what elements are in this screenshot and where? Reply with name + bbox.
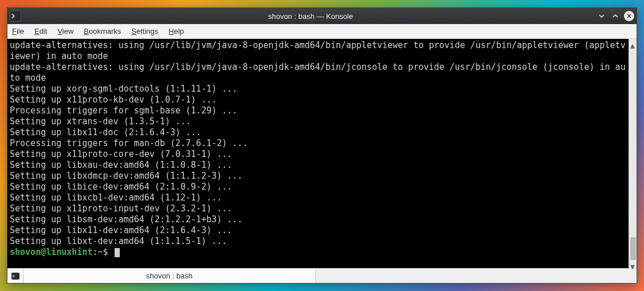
svg-rect-0 <box>10 11 21 21</box>
maximize-button[interactable] <box>610 11 621 21</box>
tabbar: shovon : bash <box>7 268 637 283</box>
konsole-window: shovon : bash — Konsole File Edit View B… <box>7 7 637 284</box>
menubar: File Edit View Bookmarks Settings Help <box>7 24 637 39</box>
minimize-button[interactable] <box>596 11 607 21</box>
terminal-area: update-alternatives: using /usr/lib/jvm/… <box>7 39 637 268</box>
scroll-up-icon[interactable]: ▴ <box>630 40 636 46</box>
new-tab-button[interactable] <box>7 269 23 283</box>
menu-file[interactable]: File <box>12 27 24 36</box>
menu-view[interactable]: View <box>57 27 73 36</box>
scrollbar[interactable]: ▴ ▾ <box>629 39 637 268</box>
terminal-icon <box>10 10 21 22</box>
terminal-output[interactable]: update-alternatives: using /usr/lib/jvm/… <box>7 39 629 268</box>
terminal-cursor <box>115 248 120 257</box>
chevron-up-icon <box>612 13 619 19</box>
close-button[interactable] <box>624 11 634 21</box>
tab-active[interactable]: shovon : bash <box>23 269 316 283</box>
chevron-down-icon <box>598 13 605 19</box>
menu-help[interactable]: Help <box>168 27 184 36</box>
tab-label: shovon : bash <box>146 272 193 280</box>
scroll-down-icon[interactable]: ▾ <box>630 261 636 267</box>
menu-settings[interactable]: Settings <box>131 27 158 36</box>
svg-rect-1 <box>11 273 19 280</box>
titlebar[interactable]: shovon : bash — Konsole <box>7 8 637 24</box>
menu-bookmarks[interactable]: Bookmarks <box>84 27 121 36</box>
app-icon <box>10 10 21 22</box>
scrollbar-thumb[interactable] <box>630 237 636 260</box>
menu-edit[interactable]: Edit <box>34 27 47 36</box>
close-icon <box>626 13 633 19</box>
window-controls <box>596 11 634 21</box>
terminal-icon <box>11 272 20 281</box>
window-title: shovon : bash — Konsole <box>25 12 596 21</box>
